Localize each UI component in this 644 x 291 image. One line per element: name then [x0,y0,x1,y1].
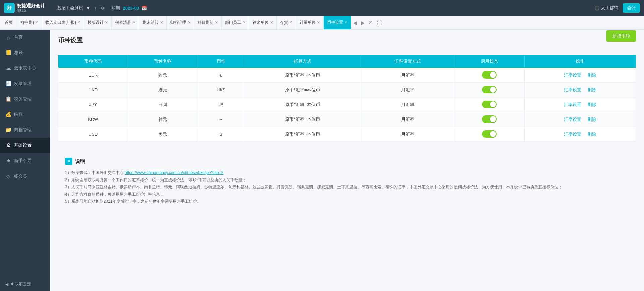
cell-rate-type: 月汇率 [361,127,454,142]
sidebar-label-archive: 归档管理 [14,127,32,133]
tab-department-close[interactable]: ✕ [243,20,246,25]
tab-bar: 首页 ⊄(中期) ✕ 收入支出表(年报) ✕ 模版设计 ✕ 税表清册 ✕ 期末结… [0,16,644,30]
top-bar-right: 🎧 人工咨询 会计 [594,3,640,13]
tab-balance-label: ⊄(中期) [20,20,34,26]
sidebar-collapse-btn[interactable]: ◀ ◀ 取消固定 [0,277,50,291]
tab-template-close[interactable]: ✕ [105,20,108,25]
cell-rate-type: 月汇率 [361,83,454,97]
accounting-button[interactable]: 会计 [623,3,640,13]
sidebar-item-guide[interactable]: ★ 新手引导 [0,153,50,168]
rate-settings-link[interactable]: 汇率设置 [564,87,581,92]
tab-expand-button[interactable]: ⛶ [375,16,384,29]
cell-actions: 汇率设置 删除 [524,112,636,127]
tab-units-close[interactable]: ✕ [317,20,320,25]
tab-archive[interactable]: 归档管理 ✕ [167,16,194,29]
toggle-enabled[interactable] [482,71,497,79]
tab-balance[interactable]: ⊄(中期) ✕ [16,16,42,29]
tab-period-end[interactable]: 期末结转 ✕ [139,16,167,29]
title-row: 币种设置 新增币种 [58,36,636,50]
tab-department[interactable]: 部门员工 ✕ [222,16,249,29]
guide-icon: ★ [5,158,11,164]
sidebar-label-settings: 基础设置 [14,142,32,148]
cell-symbol: -- [198,112,244,127]
sidebar-item-settings[interactable]: ⚙ 基础设置 [0,138,50,153]
tab-home[interactable]: 首页 [1,16,16,29]
tab-subjects[interactable]: 科目期初 ✕ [194,16,222,29]
sidebar-item-archive[interactable]: 📁 归档管理 [0,122,50,138]
add-icon[interactable]: + [94,6,97,11]
tab-archive-close[interactable]: ✕ [187,20,191,25]
collapse-icon: ◀ [5,282,8,287]
sidebar-item-tax[interactable]: 📋 税务管理 [0,91,50,107]
consultation-button[interactable]: 🎧 人工咨询 [594,5,619,11]
sidebar-item-member[interactable]: ◇ 畅会员 [0,168,50,184]
tab-currency-close[interactable]: ✕ [344,20,347,25]
page-title: 币种设置 [58,36,83,44]
tab-income-close[interactable]: ✕ [77,20,80,25]
cell-name: 美元 [128,127,198,142]
toggle-knob [490,116,496,122]
tab-balance-close[interactable]: ✕ [35,20,38,25]
tab-subjects-close[interactable]: ✕ [215,20,218,25]
rate-settings-link[interactable]: 汇率设置 [564,117,581,122]
new-currency-button[interactable]: 新增币种 [606,30,636,42]
tab-period-end-label: 期末结转 [143,20,159,26]
sidebar-label-home: 首页 [14,34,23,40]
app-edition: 旗舰版 [17,8,45,13]
tab-partners[interactable]: 往来单位 ✕ [249,16,277,29]
tab-partners-close[interactable]: ✕ [270,20,273,25]
delete-link[interactable]: 删除 [588,117,596,122]
toggle-enabled[interactable] [482,101,497,108]
cell-symbol: J¥ [198,97,244,112]
cell-rate-type: 月汇率 [361,97,454,112]
tab-next-button[interactable]: ▶ [359,16,367,29]
delete-link[interactable]: 删除 [588,72,596,78]
settings-icon[interactable]: ⚙ [101,6,105,11]
cell-name: 韩元 [128,112,198,127]
note-link[interactable]: https://www.chinamoney.com.cn/chinese/bk… [125,170,223,175]
col-rate-type: 汇率设置方式 [361,55,454,68]
cell-actions: 汇率设置 删除 [524,97,636,112]
tab-period-end-close[interactable]: ✕ [160,20,163,25]
toggle-enabled[interactable] [482,115,497,123]
rate-settings-link[interactable]: 汇率设置 [564,132,581,137]
tab-inventory-close[interactable]: ✕ [289,20,292,25]
tab-template[interactable]: 模版设计 ✕ [84,16,112,29]
tab-prev-button[interactable]: ◀ [351,16,359,29]
note-list: 1）数据来源：中国外汇交易中心 https://www.chinamoney.c… [65,169,629,205]
tab-inventory[interactable]: 存货 ✕ [277,16,296,29]
tab-tax-close[interactable]: ✕ [132,20,136,25]
tab-tax-label: 税表清册 [115,20,131,26]
rate-settings-link[interactable]: 汇率设置 [564,102,581,107]
tab-subjects-label: 科目期初 [198,20,214,26]
closing-icon: 💰 [5,111,11,117]
table-row: HKD 港元 HK$ 原币*汇率=本位币 月汇率 汇率设置 删除 [58,83,636,97]
cell-code: JPY [58,97,128,112]
company-dropdown-icon[interactable]: ▼ [86,6,90,11]
tab-currency-label: 币种设置 [327,20,343,26]
tab-currency[interactable]: 币种设置 ✕ [324,16,351,29]
calendar-icon[interactable]: 📅 [142,6,147,11]
toggle-enabled[interactable] [482,86,497,93]
sidebar-item-home[interactable]: ⌂ 首页 [0,30,50,45]
sidebar-item-ledger[interactable]: 📒 总账 [0,45,50,60]
tab-archive-label: 归档管理 [170,20,186,26]
cell-name: 港元 [128,83,198,97]
col-name: 币种名称 [128,55,198,68]
sidebar-item-closing[interactable]: 💰 结账 [0,107,50,122]
sidebar-item-invoice[interactable]: 🧾 发票管理 [0,76,50,91]
delete-link[interactable]: 删除 [588,132,596,137]
delete-link[interactable]: 删除 [588,102,596,107]
company-selector[interactable]: 基层工会测试 ▼ + ⚙ 账期 2023-03 📅 [57,5,592,11]
tab-income[interactable]: 收入支出表(年报) ✕ [42,16,84,29]
tab-close-all-button[interactable]: ✕ [367,16,375,29]
sidebar-item-reports[interactable]: ☁ 云报表中心 [0,60,50,76]
toggle-enabled[interactable] [482,130,497,138]
note-title: ≡ 说明 [65,158,629,165]
tab-units[interactable]: 计量单位 ✕ [296,16,324,29]
col-calc: 折算方式 [244,55,361,68]
tab-tax[interactable]: 税表清册 ✕ [112,16,139,29]
sidebar-label-tax: 税务管理 [14,96,32,102]
rate-settings-link[interactable]: 汇率设置 [564,72,581,78]
delete-link[interactable]: 删除 [588,87,596,92]
